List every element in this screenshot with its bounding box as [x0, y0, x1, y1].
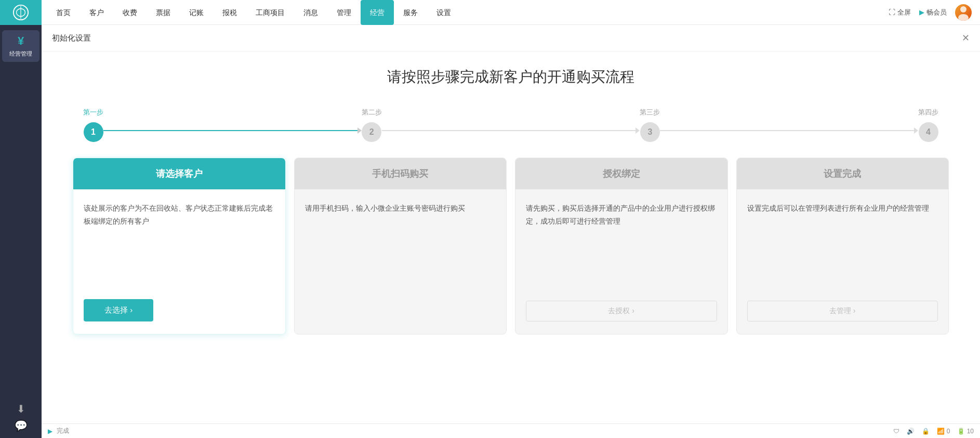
close-button[interactable]: ✕	[962, 32, 970, 44]
nav-right: ⛶ 全屏 ▶ 畅会员	[889, 4, 980, 21]
play-status-icon: ▶	[48, 428, 52, 435]
card-footer-3: 去授权 ›	[515, 292, 727, 334]
card-header-2: 手机扫码购买	[295, 158, 507, 189]
goto-manage-button[interactable]: 去管理 ›	[747, 301, 938, 321]
sidebar-bottom: ⬇ 💬	[15, 403, 28, 438]
nav-fee[interactable]: 收费	[113, 0, 147, 25]
topbar: 首页 客户 收费 票据 记账 报税 工商项目 消息 管理 经营 服务 设置 ⛶ …	[0, 0, 980, 25]
volume-icon: 🔊	[907, 428, 915, 435]
step-label-2: 第二步	[362, 108, 382, 117]
goto-select-button[interactable]: 去选择 ›	[84, 299, 153, 321]
card-header-1: 请选择客户	[73, 158, 285, 189]
step-circle-2: 2	[362, 122, 381, 142]
svg-point-3	[958, 14, 969, 21]
nav-operation[interactable]: 经营	[361, 0, 394, 25]
fullscreen-label: 全屏	[897, 8, 911, 17]
card-footer-1: 去选择 ›	[73, 291, 285, 334]
avatar[interactable]	[955, 4, 972, 21]
main-content: 初始化设置 ✕ 请按照步骤完成新客户的开通购买流程 第一步 1 第	[42, 25, 980, 438]
fullscreen-btn[interactable]: ⛶ 全屏	[889, 8, 911, 17]
wizard-title: 请按照步骤完成新客户的开通购买流程	[73, 67, 949, 87]
chat-icon[interactable]: 💬	[15, 419, 28, 432]
step-label-1: 第一步	[83, 108, 103, 117]
download-icon[interactable]: ⬇	[17, 403, 25, 415]
play-icon: ▶	[919, 8, 924, 16]
step-indicator-3: 第三步 3	[640, 108, 660, 142]
lock-icon: 🔒	[922, 428, 930, 435]
step-label-3: 第三步	[640, 108, 660, 117]
statusbar: ▶ 完成 🛡 🔊 🔒 📶 0 🔋 10	[42, 423, 980, 438]
nav-customer[interactable]: 客户	[80, 0, 113, 25]
step-label-4: 第四步	[918, 108, 938, 117]
card-footer-4: 去管理 ›	[737, 292, 949, 334]
yuan-icon: ¥	[18, 34, 24, 48]
sidebar-item-operation[interactable]: ¥ 经营管理	[2, 30, 39, 62]
step-circle-3: 3	[640, 122, 660, 142]
status-text: 完成	[57, 427, 69, 435]
nav-accounting[interactable]: 记账	[180, 0, 213, 25]
card-body-4: 设置完成后可以在管理列表进行所有企业用户的经营管理	[737, 189, 949, 292]
page-title: 初始化设置	[52, 33, 91, 43]
step-card-1: 请选择客户 该处展示的客户为不在回收站、客户状态正常建账后完成老板端绑定的所有客…	[73, 158, 286, 334]
shield-status-icon: 🛡	[893, 428, 899, 435]
card-header-4: 设置完成	[737, 158, 949, 189]
card-footer-2	[295, 313, 507, 334]
card-body-1: 该处展示的客户为不在回收站、客户状态正常建账后完成老板端绑定的所有客户	[73, 189, 285, 291]
connector-1	[103, 127, 362, 134]
step-card-4: 设置完成 设置完成后可以在管理列表进行所有企业用户的经营管理 去管理 ›	[736, 158, 949, 334]
nav-settings[interactable]: 设置	[427, 0, 460, 25]
fullscreen-icon: ⛶	[889, 8, 895, 16]
logo-area	[0, 0, 42, 25]
card-header-3: 授权绑定	[515, 158, 727, 189]
nav-message[interactable]: 消息	[294, 0, 327, 25]
card-body-2: 请用手机扫码，输入小微企业主账号密码进行购买	[295, 189, 507, 313]
sidebar: ¥ 经营管理 ⬇ 💬	[0, 25, 42, 438]
steps-indicator: 第一步 1 第二步 2	[73, 108, 949, 142]
battery-status: 🔋 10	[957, 428, 974, 435]
step-circle-4: 4	[919, 122, 938, 142]
nav-manage[interactable]: 管理	[327, 0, 361, 25]
step-indicator-1: 第一步 1	[83, 108, 103, 142]
page-header: 初始化设置 ✕	[42, 25, 980, 51]
goto-auth-button[interactable]: 去授权 ›	[526, 301, 717, 321]
step-indicator-4: 第四步 4	[918, 108, 938, 142]
nav-service[interactable]: 服务	[394, 0, 427, 25]
step-card-2: 手机扫码购买 请用手机扫码，输入小微企业主账号密码进行购买	[294, 158, 507, 334]
connector-3	[660, 127, 918, 134]
nav-business[interactable]: 工商项目	[246, 0, 294, 25]
card-body-3: 请先购买，购买后选择开通的产品中的企业用户进行授权绑定，成功后即可进行经营管理	[515, 189, 727, 292]
nav-items: 首页 客户 收费 票据 记账 报税 工商项目 消息 管理 经营 服务 设置	[42, 0, 889, 24]
step-indicator-2: 第二步 2	[362, 108, 382, 142]
statusbar-right: 🛡 🔊 🔒 📶 0 🔋 10	[893, 428, 974, 435]
network-status: 📶 0	[937, 428, 950, 435]
member-label: 畅会员	[926, 8, 947, 17]
step-circle-1: 1	[84, 122, 103, 142]
wizard-area: 请按照步骤完成新客户的开通购买流程 第一步 1 第二步 2	[42, 51, 980, 423]
sidebar-label-operation: 经营管理	[9, 50, 32, 58]
cards-row: 请选择客户 该处展示的客户为不在回收站、客户状态正常建账后完成老板端绑定的所有客…	[73, 158, 949, 334]
member-btn[interactable]: ▶ 畅会员	[919, 8, 947, 17]
nav-tax[interactable]: 报税	[213, 0, 246, 25]
layout: ¥ 经营管理 ⬇ 💬 初始化设置 ✕ 请按照步骤完成新客户的开通购买流程 第一步…	[0, 25, 980, 438]
connector-2	[382, 127, 640, 134]
svg-point-2	[960, 6, 966, 12]
nav-invoice[interactable]: 票据	[147, 0, 180, 25]
step-card-3: 授权绑定 请先购买，购买后选择开通的产品中的企业用户进行授权绑定，成功后即可进行…	[515, 158, 728, 334]
nav-home[interactable]: 首页	[47, 0, 80, 25]
logo-icon	[12, 4, 29, 21]
